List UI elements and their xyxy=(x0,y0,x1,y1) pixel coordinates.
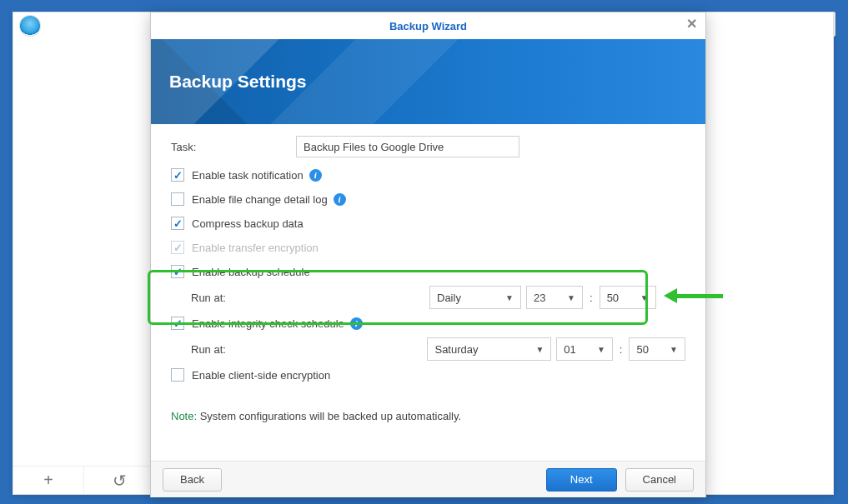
client-encryption-row[interactable]: Enable client-side encryption xyxy=(171,365,685,385)
integrity-minute-value: 50 xyxy=(636,343,648,356)
chevron-down-icon: ▼ xyxy=(505,293,514,302)
info-icon[interactable]: i xyxy=(309,169,322,182)
wizard-dialog: Backup Wizard ✕ Backup Settings Task: En… xyxy=(150,12,706,497)
transfer-encryption-row: Enable transfer encryption xyxy=(171,237,685,257)
banner-title: Backup Settings xyxy=(169,72,307,92)
history-button[interactable]: ↺ xyxy=(84,467,155,494)
integrity-day-value: Saturday xyxy=(434,343,478,356)
note-row: Note: System configurations will be back… xyxy=(171,410,685,422)
note-label: Note: xyxy=(171,410,197,422)
chevron-down-icon: ▼ xyxy=(567,293,575,302)
compress-row[interactable]: Compress backup data xyxy=(171,213,685,233)
enable-notification-row[interactable]: Enable task notification i xyxy=(171,165,685,185)
chevron-down-icon: ▼ xyxy=(640,293,649,302)
time-colon: : xyxy=(590,292,593,304)
enable-log-label: Enable file change detail log xyxy=(192,193,328,206)
checkbox-disabled-icon xyxy=(171,241,184,254)
client-encryption-label: Enable client-side encryption xyxy=(192,369,330,382)
chevron-down-icon: ▼ xyxy=(535,345,544,354)
checkbox-checked-icon[interactable] xyxy=(171,217,184,230)
task-row: Task: xyxy=(171,136,685,157)
integrity-hour-select[interactable]: 01 ▼ xyxy=(556,337,613,361)
integrity-row[interactable]: Enable integrity check schedule i xyxy=(171,313,685,333)
enable-schedule-row[interactable]: Enable backup schedule xyxy=(171,262,685,282)
compress-label: Compress backup data xyxy=(192,217,304,230)
hour-value: 23 xyxy=(534,292,545,304)
back-button[interactable]: Back xyxy=(163,468,222,492)
checkbox-checked-icon[interactable] xyxy=(171,265,184,278)
info-icon[interactable]: i xyxy=(334,193,346,206)
runat-label: Run at: xyxy=(191,343,422,356)
desktop: ? — □ ✕ + ↺ Backup Wizard ✕ Backup Setti… xyxy=(0,0,848,504)
integrity-day-select[interactable]: Saturday ▼ xyxy=(427,337,551,361)
next-button[interactable]: Next xyxy=(546,468,617,492)
checkbox-icon[interactable] xyxy=(171,368,184,382)
task-input[interactable] xyxy=(296,136,519,157)
app-bottombar: + ↺ xyxy=(13,466,155,494)
enable-schedule-label: Enable backup schedule xyxy=(192,266,310,278)
note-text: System configurations will be backed up … xyxy=(197,410,461,422)
checkbox-icon[interactable] xyxy=(171,192,184,206)
wizard-content: Task: Enable task notification i Enable … xyxy=(151,124,705,461)
chevron-down-icon: ▼ xyxy=(597,345,605,354)
wizard-title: Backup Wizard xyxy=(389,20,467,32)
integrity-hour-value: 01 xyxy=(564,343,575,356)
checkbox-checked-icon[interactable] xyxy=(171,168,184,182)
frequency-value: Daily xyxy=(437,292,461,304)
enable-notification-label: Enable task notification xyxy=(192,169,304,182)
minute-select[interactable]: 50 ▼ xyxy=(600,286,656,309)
hour-select[interactable]: 23 ▼ xyxy=(526,286,583,309)
info-icon[interactable]: i xyxy=(350,317,363,330)
task-label: Task: xyxy=(171,141,296,153)
integrity-minute-select[interactable]: 50 ▼ xyxy=(629,337,685,361)
frequency-select[interactable]: Daily ▼ xyxy=(429,286,521,309)
runat-label: Run at: xyxy=(191,292,424,304)
chevron-down-icon: ▼ xyxy=(670,345,678,354)
transfer-encryption-label: Enable transfer encryption xyxy=(192,242,319,254)
minute-value: 50 xyxy=(607,292,619,304)
wizard-footer: Back Next Cancel xyxy=(151,461,705,497)
time-colon: : xyxy=(620,343,623,356)
add-button[interactable]: + xyxy=(13,467,84,494)
wizard-banner: Backup Settings xyxy=(151,39,705,124)
checkbox-checked-icon[interactable] xyxy=(171,317,184,330)
integrity-runat-row: Run at: Saturday ▼ 01 ▼ : 50 ▼ xyxy=(171,337,685,361)
schedule-runat-row: Run at: Daily ▼ 23 ▼ : 50 ▼ xyxy=(171,286,685,309)
cancel-button[interactable]: Cancel xyxy=(625,468,694,492)
integrity-label: Enable integrity check schedule xyxy=(192,317,344,330)
wizard-titlebar: Backup Wizard ✕ xyxy=(151,12,705,39)
enable-log-row[interactable]: Enable file change detail log i xyxy=(171,189,685,209)
app-icon xyxy=(20,16,40,36)
close-icon[interactable]: ✕ xyxy=(686,17,697,31)
